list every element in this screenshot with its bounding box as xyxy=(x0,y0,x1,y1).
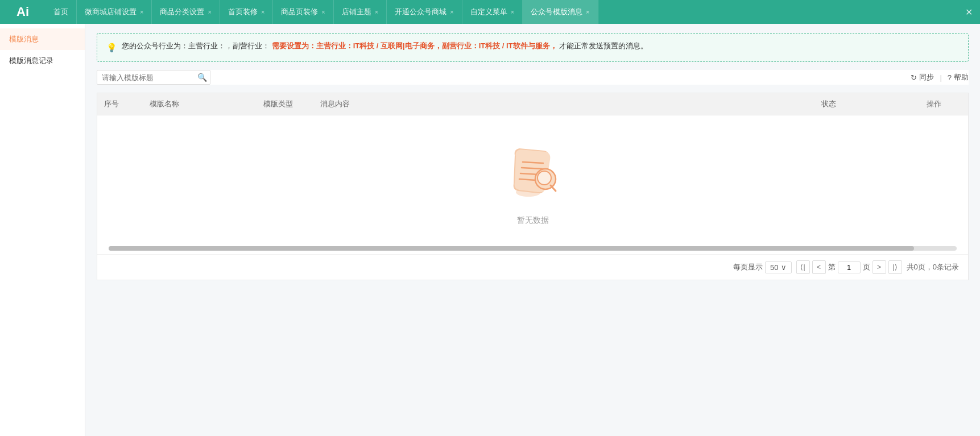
search-input[interactable] xyxy=(102,73,197,82)
sync-icon: ↻ xyxy=(911,73,917,82)
dropdown-icon: ∨ xyxy=(781,263,787,272)
tab-open-mall-label: 开通公众号商城 xyxy=(395,7,446,17)
nav-tabs: 首页 微商城店铺设置 × 商品分类设置 × 首页装修 × 商品页装修 × 店铺主… xyxy=(46,0,957,24)
tab-open-mall[interactable]: 开通公众号商城 × xyxy=(387,0,462,24)
first-page-button[interactable]: ⟨| xyxy=(796,260,810,274)
tab-shop-settings-close[interactable]: × xyxy=(140,9,143,15)
tab-template-msg-close[interactable]: × xyxy=(586,9,589,15)
prev-page-button[interactable]: < xyxy=(812,260,826,274)
tab-home-decoration-label: 首页装修 xyxy=(228,7,258,17)
search-icon[interactable]: 🔍 xyxy=(197,73,207,82)
notice-text-prefix: 您的公众号行业为：主营行业：，副营行业： xyxy=(122,41,270,50)
scrollbar-track[interactable] xyxy=(109,246,957,251)
pagination: 每页显示 50 ∨ ⟨| < 第 页 > |⟩ 共0页，0条记录 xyxy=(97,254,968,280)
tab-custom-menu-label: 自定义菜单 xyxy=(470,7,507,17)
empty-icon xyxy=(499,138,567,206)
th-seq-label: 序号 xyxy=(104,99,119,108)
th-op-label: 操作 xyxy=(927,99,941,108)
th-op: 操作 xyxy=(900,93,968,115)
tab-shop-theme-close[interactable]: × xyxy=(375,9,378,15)
notice-highlight: 需要设置为：主营行业：IT科技 / 互联网|电子商务，副营行业：IT科技 / I… xyxy=(272,41,557,50)
app-logo: Ai xyxy=(0,0,46,24)
sidebar-item-template-msg-record[interactable]: 模版消息记录 xyxy=(0,50,85,72)
top-navigation: Ai 首页 微商城店铺设置 × 商品分类设置 × 首页装修 × 商品页装修 × … xyxy=(0,0,980,24)
page-prefix: 第 xyxy=(828,262,836,272)
th-status: 状态 xyxy=(814,93,900,115)
per-page-dropdown[interactable]: 50 ∨ xyxy=(765,261,791,273)
tab-home-label: 首页 xyxy=(53,7,68,17)
notice-text-suffix: 才能正常发送预置的消息。 xyxy=(559,41,648,50)
page-input[interactable] xyxy=(838,261,861,273)
th-type-label: 模版类型 xyxy=(263,99,293,108)
sidebar-item-template-msg-label: 模版消息 xyxy=(9,35,39,43)
toolbar-right: ↻ 同步 | ? 帮助 xyxy=(911,72,969,82)
tab-shop-settings[interactable]: 微商城店铺设置 × xyxy=(77,0,152,24)
empty-text: 暂无数据 xyxy=(517,215,549,226)
per-page-value: 50 xyxy=(770,263,778,272)
th-name-label: 模版名称 xyxy=(150,99,179,108)
sync-button[interactable]: ↻ 同步 xyxy=(911,72,934,82)
tab-custom-menu[interactable]: 自定义菜单 × xyxy=(462,0,523,24)
notice-text: 您的公众号行业为：主营行业：，副营行业： 需要设置为：主营行业：IT科技 / 互… xyxy=(122,40,648,52)
logo-text: Ai xyxy=(16,5,29,19)
close-all-button[interactable]: ✕ xyxy=(957,0,980,24)
search-box[interactable]: 🔍 xyxy=(97,70,210,85)
tab-open-mall-close[interactable]: × xyxy=(450,9,453,15)
toolbar-divider: | xyxy=(940,73,941,82)
notice-icon: 💡 xyxy=(106,41,117,55)
sidebar-item-template-msg-record-label: 模版消息记录 xyxy=(9,56,53,65)
tab-product-decoration[interactable]: 商品页装修 × xyxy=(273,0,333,24)
th-type: 模版类型 xyxy=(257,93,313,115)
tab-template-msg[interactable]: 公众号模版消息 × xyxy=(523,0,598,24)
table-header: 序号 模版名称 模版类型 消息内容 状态 操作 xyxy=(97,93,968,115)
content-area: 💡 您的公众号行业为：主营行业：，副营行业： 需要设置为：主营行业：IT科技 /… xyxy=(85,24,980,436)
tab-category-settings[interactable]: 商品分类设置 × xyxy=(152,0,220,24)
next-page-button[interactable]: > xyxy=(873,260,886,274)
toolbar: 🔍 ↻ 同步 | ? 帮助 xyxy=(97,70,969,85)
tab-category-settings-label: 商品分类设置 xyxy=(160,7,204,17)
sync-label: 同步 xyxy=(919,72,934,82)
th-status-label: 状态 xyxy=(821,99,836,108)
tab-product-decoration-label: 商品页装修 xyxy=(281,7,318,17)
tab-shop-settings-label: 微商城店铺设置 xyxy=(85,7,137,17)
tab-shop-theme[interactable]: 店铺主题 × xyxy=(334,0,387,24)
data-table: 序号 模版名称 模版类型 消息内容 状态 操作 xyxy=(97,93,969,280)
scrollbar-area xyxy=(97,243,968,254)
main-layout: 模版消息 模版消息记录 💡 您的公众号行业为：主营行业：，副营行业： 需要设置为… xyxy=(0,24,980,436)
page-nav: ⟨| < 第 页 > |⟩ xyxy=(796,260,902,274)
last-page-button[interactable]: |⟩ xyxy=(888,260,902,274)
th-seq: 序号 xyxy=(97,93,143,115)
tab-template-msg-label: 公众号模版消息 xyxy=(531,7,582,17)
tab-category-settings-close[interactable]: × xyxy=(208,9,211,15)
th-content-label: 消息内容 xyxy=(320,99,350,108)
tab-shop-theme-label: 店铺主题 xyxy=(342,7,371,17)
help-label: 帮助 xyxy=(954,72,969,82)
svg-point-6 xyxy=(537,171,551,185)
tab-home[interactable]: 首页 xyxy=(46,0,77,24)
empty-state: 暂无数据 xyxy=(97,115,968,243)
tab-home-decoration-close[interactable]: × xyxy=(261,9,264,15)
help-icon: ? xyxy=(948,73,952,82)
tab-home-decoration[interactable]: 首页装修 × xyxy=(220,0,273,24)
tab-product-decoration-close[interactable]: × xyxy=(321,9,325,15)
total-label: 共0页，0条记录 xyxy=(907,262,959,272)
help-button[interactable]: ? 帮助 xyxy=(948,72,969,82)
page-label: 页 xyxy=(863,262,870,272)
tab-custom-menu-close[interactable]: × xyxy=(511,9,514,15)
sidebar: 模版消息 模版消息记录 xyxy=(0,24,85,436)
th-name: 模版名称 xyxy=(143,93,257,115)
scrollbar-thumb[interactable] xyxy=(109,246,914,251)
page-size-select: 每页显示 50 ∨ xyxy=(733,261,791,273)
sidebar-item-template-msg[interactable]: 模版消息 xyxy=(0,28,85,50)
per-page-label: 每页显示 xyxy=(733,262,763,272)
th-content: 消息内容 xyxy=(313,93,814,115)
notice-box: 💡 您的公众号行业为：主营行业：，副营行业： 需要设置为：主营行业：IT科技 /… xyxy=(97,33,969,62)
